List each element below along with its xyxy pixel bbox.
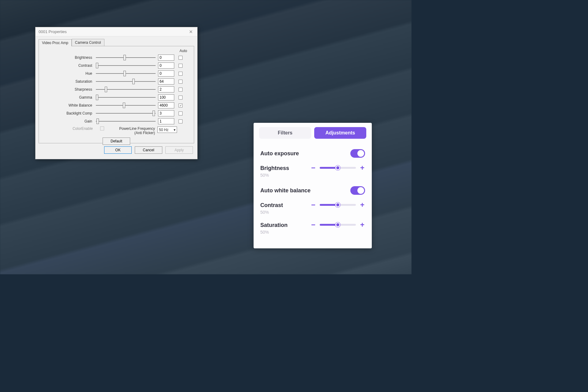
tab-strip: Video Proc Amp Camera Control <box>36 36 197 46</box>
auto-checkbox[interactable] <box>179 64 183 68</box>
slider-thumb[interactable] <box>153 111 155 116</box>
slider-label: Hue <box>44 71 96 76</box>
tab-adjustments[interactable]: Adjustments <box>314 127 366 139</box>
slider-label: Saturation <box>44 79 96 84</box>
brightness-minus-button[interactable]: − <box>311 165 316 171</box>
slider-row: Saturation <box>44 77 189 85</box>
colorenable-label: ColorEnable <box>44 126 96 131</box>
slider-row: Contrast <box>44 62 189 70</box>
contrast-minus-button[interactable]: − <box>311 202 316 208</box>
contrast-plus-button[interactable]: + <box>360 202 365 208</box>
slider-row: White Balance✓ <box>44 101 189 109</box>
slider-row: Gamma <box>44 93 189 101</box>
auto-checkbox[interactable] <box>179 80 183 84</box>
adj-body: Auto exposure Brightness 50% − + <box>254 141 372 243</box>
saturation-value: 50% <box>260 230 288 235</box>
auto-checkbox[interactable] <box>179 96 183 100</box>
toggle-knob <box>357 187 364 194</box>
auto-checkbox[interactable]: ✓ <box>179 104 183 107</box>
brightness-plus-button[interactable]: + <box>360 165 365 171</box>
slider-track[interactable] <box>96 103 156 108</box>
tab-camera-control[interactable]: Camera Control <box>72 39 104 46</box>
tab-content: Auto BrightnessContrastHueSaturationShar… <box>39 46 194 143</box>
adjustments-panel: Filters Adjustments Auto exposure Bright… <box>254 123 372 248</box>
slider-track[interactable] <box>96 119 156 124</box>
auto-checkbox[interactable] <box>179 72 183 76</box>
saturation-plus-button[interactable]: + <box>360 222 365 228</box>
slider-row: Hue <box>44 70 189 77</box>
auto-checkbox[interactable] <box>179 111 183 115</box>
slider-label: Sharpness <box>44 87 96 92</box>
auto-wb-label: Auto white balance <box>260 187 311 194</box>
slider-thumb[interactable] <box>132 79 135 84</box>
auto-checkbox[interactable] <box>179 119 183 123</box>
properties-dialog: 0001 Properties ✕ Video Proc Amp Camera … <box>35 27 198 159</box>
brightness-row: Brightness 50% − + <box>260 162 365 182</box>
slider-label: Gain <box>44 119 96 123</box>
tab-video-proc-amp[interactable]: Video Proc Amp <box>39 39 72 46</box>
slider-value-input[interactable] <box>158 118 174 124</box>
slider-thumb[interactable] <box>96 119 99 124</box>
slider-label: Contrast <box>44 63 96 68</box>
auto-exposure-toggle[interactable] <box>350 149 365 158</box>
slider-value-input[interactable] <box>158 70 174 77</box>
window-title: 0001 Properties <box>39 29 67 34</box>
powerline-freq-value: 50 Hz <box>159 128 168 132</box>
contrast-slider[interactable] <box>320 204 356 206</box>
slider-row: Gain <box>44 117 189 125</box>
auto-checkbox[interactable] <box>179 56 183 60</box>
contrast-value: 50% <box>260 210 283 215</box>
slider-label: Gamma <box>44 95 96 100</box>
contrast-row: Contrast 50% − + <box>260 199 365 219</box>
ok-button[interactable]: OK <box>104 146 132 154</box>
contrast-thumb[interactable] <box>335 202 340 207</box>
slider-track[interactable] <box>96 71 156 76</box>
colorenable-checkbox <box>100 126 104 130</box>
slider-thumb[interactable] <box>123 55 126 60</box>
auto-wb-toggle[interactable] <box>350 186 365 195</box>
slider-thumb[interactable] <box>96 95 98 100</box>
slider-thumb[interactable] <box>123 103 125 108</box>
cancel-button[interactable]: Cancel <box>135 146 162 154</box>
slider-track[interactable] <box>96 87 156 92</box>
slider-row: Brightness <box>44 54 189 62</box>
slider-value-input[interactable] <box>158 94 174 100</box>
adj-tab-strip: Filters Adjustments <box>254 123 372 141</box>
tab-filters[interactable]: Filters <box>259 127 311 139</box>
slider-thumb[interactable] <box>105 87 107 92</box>
powerline-freq-select[interactable]: 50 Hz ▾ <box>157 126 177 133</box>
saturation-slider[interactable] <box>320 224 356 226</box>
chevron-down-icon: ▾ <box>174 128 175 132</box>
contrast-label: Contrast <box>260 202 283 209</box>
toggle-knob <box>357 150 364 157</box>
slider-value-input[interactable] <box>158 62 174 69</box>
slider-value-input[interactable] <box>158 78 174 85</box>
saturation-thumb[interactable] <box>335 222 340 227</box>
apply-button[interactable]: Apply <box>165 146 193 154</box>
dialog-button-bar: OK Cancel Apply <box>36 143 197 157</box>
close-icon[interactable]: ✕ <box>187 28 194 35</box>
auto-exposure-label: Auto exposure <box>260 150 299 157</box>
slider-track[interactable] <box>96 79 156 84</box>
slider-value-input[interactable] <box>158 55 174 61</box>
brightness-slider[interactable] <box>320 167 356 169</box>
brightness-thumb[interactable] <box>335 165 340 170</box>
brightness-value: 50% <box>260 173 289 178</box>
slider-track[interactable] <box>96 111 156 116</box>
slider-track[interactable] <box>96 63 156 68</box>
slider-track[interactable] <box>96 55 156 60</box>
default-button[interactable]: Default <box>103 138 130 145</box>
slider-thumb[interactable] <box>96 63 98 68</box>
slider-value-input[interactable] <box>158 86 174 92</box>
slider-row: Sharpness <box>44 85 189 93</box>
auto-checkbox[interactable] <box>179 88 183 92</box>
slider-value-input[interactable] <box>158 102 174 108</box>
slider-thumb[interactable] <box>123 71 126 76</box>
slider-label: Brightness <box>44 55 96 60</box>
auto-column-header: Auto <box>44 49 189 53</box>
slider-track[interactable] <box>96 95 156 100</box>
titlebar[interactable]: 0001 Properties ✕ <box>36 27 197 36</box>
slider-value-input[interactable] <box>158 110 174 116</box>
brightness-label: Brightness <box>260 165 289 172</box>
saturation-minus-button[interactable]: − <box>311 222 316 228</box>
